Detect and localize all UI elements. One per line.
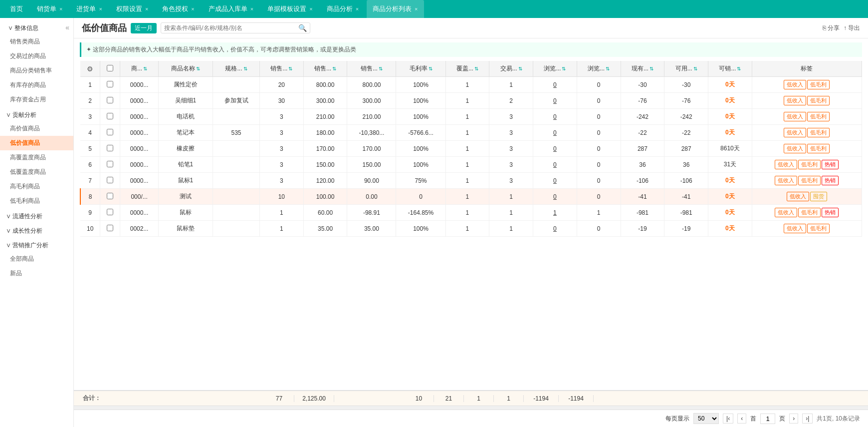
sidebar-item-high-value[interactable]: 高价值商品 bbox=[0, 121, 73, 136]
row-checkbox[interactable] bbox=[107, 209, 113, 215]
totals-coverage: 10 bbox=[404, 395, 434, 402]
th-spec[interactable]: 规格...⇅ bbox=[213, 61, 260, 77]
first-page-button[interactable]: |‹ bbox=[723, 414, 733, 424]
view1-link[interactable]: 0 bbox=[553, 177, 557, 184]
sort-icon: ⇅ bbox=[288, 66, 292, 71]
next-page-button[interactable]: › bbox=[789, 414, 798, 424]
row-checkbox[interactable] bbox=[107, 81, 113, 87]
th-sales-price[interactable]: 销售...⇅ bbox=[347, 61, 396, 77]
table-wrapper[interactable]: ⚙ 商...⇅ 商品名称⇅ 规格...⇅ 销售...⇅ 销售...⇅ 销售...… bbox=[74, 61, 868, 390]
tag-badge: 低收入 bbox=[784, 144, 806, 153]
row-checkbox[interactable] bbox=[107, 161, 113, 167]
sidebar-item-new-goods[interactable]: 新品 bbox=[0, 266, 73, 281]
sidebar-item-high-profit[interactable]: 高毛利商品 bbox=[0, 179, 73, 194]
th-view2[interactable]: 浏览...⇅ bbox=[577, 61, 621, 77]
td-name: 吴细细1 bbox=[158, 93, 213, 109]
sidebar-group-contribution[interactable]: ∨ 贡献分析 bbox=[0, 107, 73, 121]
sidebar-item-low-coverage[interactable]: 低覆盖度商品 bbox=[0, 165, 73, 179]
sidebar-item-high-coverage[interactable]: 高覆盖度商品 bbox=[0, 150, 73, 165]
row-checkbox[interactable] bbox=[107, 97, 113, 103]
view1-link[interactable]: 0 bbox=[553, 145, 557, 152]
th-sales-qty[interactable]: 销售...⇅ bbox=[259, 61, 303, 77]
view1-link[interactable]: 0 bbox=[553, 161, 557, 168]
sidebar-item-stock-goods[interactable]: 有库存的商品 bbox=[0, 78, 73, 92]
close-icon[interactable]: × bbox=[415, 6, 418, 12]
export-button[interactable]: ↑ 导出 bbox=[844, 24, 860, 32]
th-current-stock[interactable]: 现有...⇅ bbox=[621, 61, 664, 77]
th-available[interactable]: 可用...⇅ bbox=[664, 61, 708, 77]
td-sales-qty: 3 bbox=[259, 125, 303, 141]
nav-tab-roles[interactable]: 角色授权 × bbox=[156, 0, 200, 18]
period-button[interactable]: 近一月 bbox=[131, 23, 157, 33]
th-settings[interactable]: ⚙ bbox=[80, 61, 100, 77]
td-sales-price: 300.00 bbox=[347, 93, 396, 109]
th-name[interactable]: 商品名称⇅ bbox=[158, 61, 213, 77]
last-page-button[interactable]: ›| bbox=[802, 414, 813, 424]
sidebar-group-growth[interactable]: ∨ 成长性分析 bbox=[0, 223, 73, 237]
close-icon[interactable]: × bbox=[309, 6, 312, 12]
td-gross-margin: -164.85% bbox=[396, 205, 445, 221]
settings-icon[interactable]: ⚙ bbox=[87, 65, 93, 73]
th-view1[interactable]: 浏览...⇅ bbox=[533, 61, 577, 77]
view1-link[interactable]: 0 bbox=[553, 81, 557, 88]
select-all-checkbox[interactable] bbox=[107, 65, 113, 71]
view1-link[interactable]: 0 bbox=[553, 129, 557, 136]
nav-tab-purchase[interactable]: 进货单 × bbox=[70, 0, 108, 18]
th-gross-margin[interactable]: 毛利率⇅ bbox=[396, 61, 445, 77]
row-checkbox[interactable] bbox=[107, 145, 113, 151]
view1-link[interactable]: 0 bbox=[553, 193, 557, 200]
sidebar-item-sales-goods[interactable]: 销售类商品 bbox=[0, 34, 73, 49]
th-trade[interactable]: 交易...⇅ bbox=[489, 61, 533, 77]
sidebar-item-all-goods[interactable]: 全部商品 bbox=[0, 252, 73, 266]
view1-link[interactable]: 0 bbox=[553, 225, 557, 232]
tag-badge: 低收入 bbox=[775, 176, 797, 185]
horizontal-scrollbar[interactable] bbox=[74, 406, 868, 410]
sidebar-group-liquidity[interactable]: ∨ 流通性分析 bbox=[0, 208, 73, 223]
sidebar-group-marketing[interactable]: ∨ 营销推广分析 bbox=[0, 237, 73, 252]
per-page-select[interactable]: 50 100 200 bbox=[693, 413, 719, 424]
nav-tab-analysis[interactable]: 商品分析 × bbox=[321, 0, 365, 18]
page-number-input[interactable] bbox=[760, 414, 775, 424]
nav-tab-home[interactable]: 首页 bbox=[4, 0, 29, 18]
table-row: 8 000/... 测试 10 100.00 0.00 0 1 1 0 0 -4… bbox=[80, 189, 862, 205]
share-button[interactable]: ⎘ 分享 bbox=[823, 24, 840, 32]
row-checkbox[interactable] bbox=[107, 225, 113, 231]
row-checkbox[interactable] bbox=[107, 177, 113, 183]
search-icon[interactable]: 🔍 bbox=[298, 24, 307, 32]
view1-link[interactable]: 1 bbox=[553, 209, 557, 216]
view1-link[interactable]: 0 bbox=[553, 113, 557, 120]
nav-tab-permissions[interactable]: 权限设置 × bbox=[110, 0, 154, 18]
prev-page-button[interactable]: ‹ bbox=[737, 414, 746, 424]
nav-tab-analysis-list[interactable]: 商品分析列表 × bbox=[367, 0, 424, 18]
close-icon[interactable]: × bbox=[145, 6, 148, 12]
view1-link[interactable]: 0 bbox=[553, 97, 557, 104]
sidebar-item-category-rate[interactable]: 商品分类销售率 bbox=[0, 63, 73, 78]
row-checkbox[interactable] bbox=[107, 129, 113, 135]
nav-tab-finished[interactable]: 产成品入库单 × bbox=[203, 0, 259, 18]
th-code[interactable]: 商...⇅ bbox=[120, 61, 158, 77]
sidebar-item-low-value[interactable]: 低价值商品 bbox=[0, 136, 73, 150]
sidebar-collapse-button[interactable]: « bbox=[63, 21, 71, 33]
totals-sales-amount: 2,125.00 bbox=[294, 395, 334, 402]
nav-tab-templates[interactable]: 单据模板设置 × bbox=[261, 0, 318, 18]
row-checkbox[interactable] bbox=[107, 193, 113, 199]
close-icon[interactable]: × bbox=[250, 6, 253, 12]
td-view1: 1 bbox=[533, 205, 577, 221]
close-icon[interactable]: × bbox=[356, 6, 359, 12]
td-checkbox bbox=[100, 109, 120, 125]
close-icon[interactable]: × bbox=[99, 6, 102, 12]
td-sales-price: -10,380... bbox=[347, 125, 396, 141]
sidebar-item-traded-goods[interactable]: 交易过的商品 bbox=[0, 49, 73, 63]
td-coverage: 1 bbox=[445, 157, 489, 173]
sidebar-group-overall[interactable]: ∨ 整体信息 bbox=[2, 20, 44, 34]
th-sales-amount[interactable]: 销售...⇅ bbox=[303, 61, 347, 77]
sidebar-item-low-profit[interactable]: 低毛利商品 bbox=[0, 194, 73, 208]
th-coverage[interactable]: 覆盖...⇅ bbox=[445, 61, 489, 77]
row-checkbox[interactable] bbox=[107, 113, 113, 119]
search-input[interactable] bbox=[164, 24, 296, 31]
th-saleable[interactable]: 可销...⇅ bbox=[708, 61, 752, 77]
close-icon[interactable]: × bbox=[59, 6, 62, 12]
close-icon[interactable]: × bbox=[191, 6, 194, 12]
sidebar-item-stock-capital[interactable]: 库存资金占用 bbox=[0, 92, 73, 107]
nav-tab-sales[interactable]: 销货单 × bbox=[31, 0, 68, 18]
